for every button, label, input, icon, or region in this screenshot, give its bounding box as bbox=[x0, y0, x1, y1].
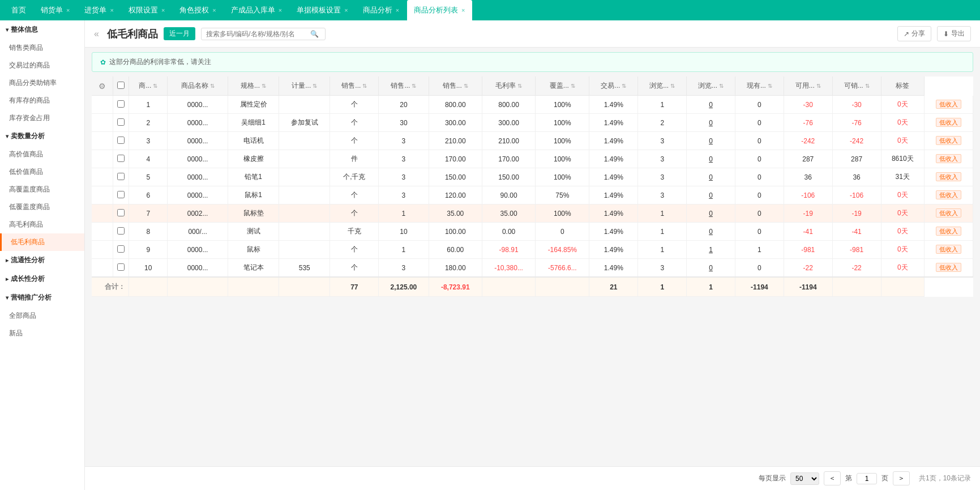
col-browse1[interactable]: 浏览...⇅ bbox=[638, 76, 687, 96]
col-code[interactable]: 商...⇅ bbox=[129, 76, 168, 96]
sidebar-item-high-coverage[interactable]: 高覆盖度商品 bbox=[0, 181, 84, 198]
col-sales-qty[interactable]: 销售...⇅ bbox=[330, 76, 379, 96]
row-browse1[interactable]: 0 bbox=[687, 186, 735, 204]
share-button[interactable]: ↗ 分享 bbox=[897, 26, 931, 41]
row-checkbox-cell[interactable] bbox=[113, 150, 129, 168]
row-checkbox[interactable] bbox=[117, 100, 125, 108]
row-checkbox[interactable] bbox=[117, 118, 125, 126]
browse1-link[interactable]: 1 bbox=[709, 246, 713, 254]
sidebar-item-category-rate[interactable]: 商品分类助销率 bbox=[0, 74, 84, 92]
sidebar-section-growth-title[interactable]: ▸ 成长性分析 bbox=[0, 270, 84, 288]
row-browse1[interactable]: 1 bbox=[687, 241, 735, 259]
row-checkbox[interactable] bbox=[117, 137, 125, 144]
row-browse1[interactable]: 0 bbox=[687, 132, 735, 150]
row-browse1[interactable]: 0 bbox=[687, 168, 735, 186]
row-browse1[interactable]: 0 bbox=[687, 96, 735, 114]
sidebar-item-stock-capital[interactable]: 库存资金占用 bbox=[0, 109, 84, 127]
row-checkbox[interactable] bbox=[117, 227, 125, 235]
row-checkbox-cell[interactable] bbox=[113, 96, 129, 114]
page-input[interactable] bbox=[857, 473, 877, 484]
row-checkbox-cell[interactable] bbox=[113, 186, 129, 204]
row-checkbox-cell[interactable] bbox=[113, 241, 129, 259]
col-name[interactable]: 商品名称⇅ bbox=[168, 76, 228, 96]
browse1-link[interactable]: 0 bbox=[709, 155, 713, 163]
page-size-select[interactable]: 50 100 200 bbox=[790, 472, 819, 485]
col-available[interactable]: 可用...⇅ bbox=[784, 76, 832, 96]
row-checkbox[interactable] bbox=[117, 191, 125, 198]
row-checkbox[interactable] bbox=[117, 155, 125, 162]
nav-roles-close[interactable]: × bbox=[212, 7, 216, 14]
nav-sales[interactable]: 销货单 × bbox=[34, 0, 76, 20]
sidebar-item-high-margin[interactable]: 高毛利商品 bbox=[0, 216, 84, 233]
col-current-stock[interactable]: 现有...⇅ bbox=[735, 76, 784, 96]
row-checkbox-cell[interactable] bbox=[113, 259, 129, 278]
sidebar-item-low-margin[interactable]: 低毛利商品 bbox=[0, 233, 84, 251]
nav-product-analysis[interactable]: 商品分析 × bbox=[356, 0, 406, 20]
sidebar-section-overall-title[interactable]: ▾ 整体信息 bbox=[0, 20, 84, 39]
col-sales-amount[interactable]: 销售...⇅ bbox=[379, 76, 429, 96]
col-gross-margin[interactable]: 毛利率⇅ bbox=[482, 76, 535, 96]
row-browse1[interactable]: 0 bbox=[687, 259, 735, 278]
browse1-link[interactable]: 0 bbox=[709, 210, 713, 218]
nav-product-entry-close[interactable]: × bbox=[279, 7, 282, 14]
row-checkbox-cell[interactable] bbox=[113, 132, 129, 150]
col-settings[interactable]: ⚙ bbox=[92, 76, 113, 96]
nav-roles[interactable]: 角色授权 × bbox=[173, 0, 222, 20]
nav-product-analysis-close[interactable]: × bbox=[396, 7, 399, 14]
col-coverage[interactable]: 覆盖...⇅ bbox=[536, 76, 589, 96]
col-spec[interactable]: 规格...⇅ bbox=[228, 76, 279, 96]
nav-product-analysis-list-close[interactable]: × bbox=[461, 7, 465, 14]
search-input[interactable] bbox=[206, 30, 308, 38]
row-checkbox-cell[interactable] bbox=[113, 114, 129, 132]
sidebar-section-marketing-title[interactable]: ▾ 营销推广分析 bbox=[0, 288, 84, 307]
nav-sales-close[interactable]: × bbox=[66, 7, 70, 14]
next-page-button[interactable]: ＞ bbox=[893, 471, 910, 485]
row-checkbox-cell[interactable] bbox=[113, 168, 129, 186]
col-transaction[interactable]: 交易...⇅ bbox=[589, 76, 638, 96]
prev-page-button[interactable]: ＜ bbox=[824, 471, 841, 485]
row-checkbox-cell[interactable] bbox=[113, 204, 129, 223]
sidebar-item-all-products[interactable]: 全部商品 bbox=[0, 307, 84, 325]
nav-purchase[interactable]: 进货单 × bbox=[78, 0, 120, 20]
col-tag[interactable]: 标签 bbox=[881, 76, 925, 96]
col-sales-profit[interactable]: 销售...⇅ bbox=[429, 76, 482, 96]
export-button[interactable]: ⬇ 导出 bbox=[937, 26, 971, 41]
sidebar-section-quantity-title[interactable]: ▾ 卖数量分析 bbox=[0, 127, 84, 146]
browse1-link[interactable]: 0 bbox=[709, 137, 713, 145]
row-checkbox-cell[interactable] bbox=[113, 223, 129, 241]
sidebar-item-low-value[interactable]: 低价值商品 bbox=[0, 163, 84, 181]
sidebar-item-stocked-products[interactable]: 有库存的商品 bbox=[0, 92, 84, 109]
nav-home[interactable]: 首页 bbox=[5, 0, 33, 20]
row-browse1[interactable]: 0 bbox=[687, 150, 735, 168]
nav-product-analysis-list[interactable]: 商品分析列表 × bbox=[407, 0, 472, 20]
sidebar-item-new-products[interactable]: 新品 bbox=[0, 325, 84, 342]
browse1-link[interactable]: 0 bbox=[709, 101, 713, 109]
nav-permissions-close[interactable]: × bbox=[161, 7, 165, 14]
sidebar-item-high-value[interactable]: 高价值商品 bbox=[0, 146, 84, 163]
row-checkbox[interactable] bbox=[117, 173, 125, 180]
browse1-link[interactable]: 0 bbox=[709, 228, 713, 236]
col-browse2[interactable]: 浏览...⇅ bbox=[687, 76, 735, 96]
sidebar-item-low-coverage[interactable]: 低覆盖度商品 bbox=[0, 198, 84, 216]
sidebar-section-circulation-title[interactable]: ▸ 流通性分析 bbox=[0, 251, 84, 270]
sidebar-item-traded-products[interactable]: 交易过的商品 bbox=[0, 57, 84, 74]
row-browse1[interactable]: 0 bbox=[687, 204, 735, 223]
nav-template[interactable]: 单据模板设置 × bbox=[290, 0, 354, 20]
row-checkbox[interactable] bbox=[117, 263, 125, 271]
col-checkbox[interactable] bbox=[113, 76, 129, 96]
nav-purchase-close[interactable]: × bbox=[110, 7, 113, 14]
row-checkbox[interactable] bbox=[117, 245, 125, 253]
browse1-link[interactable]: 0 bbox=[709, 173, 713, 181]
browse1-link[interactable]: 0 bbox=[709, 264, 713, 272]
select-all-checkbox[interactable] bbox=[117, 82, 125, 89]
nav-template-close[interactable]: × bbox=[344, 7, 348, 14]
nav-product-entry[interactable]: 产成品入库单 × bbox=[224, 0, 289, 20]
sidebar-item-sales-products[interactable]: 销售类商品 bbox=[0, 39, 84, 57]
sidebar-collapse-icon[interactable]: « bbox=[94, 29, 99, 39]
search-icon[interactable]: 🔍 bbox=[310, 30, 319, 38]
row-browse1[interactable]: 0 bbox=[687, 114, 735, 132]
row-browse1[interactable]: 0 bbox=[687, 223, 735, 241]
period-button[interactable]: 近一月 bbox=[164, 27, 195, 40]
browse1-link[interactable]: 0 bbox=[709, 191, 713, 199]
col-unit[interactable]: 计量...⇅ bbox=[279, 76, 330, 96]
